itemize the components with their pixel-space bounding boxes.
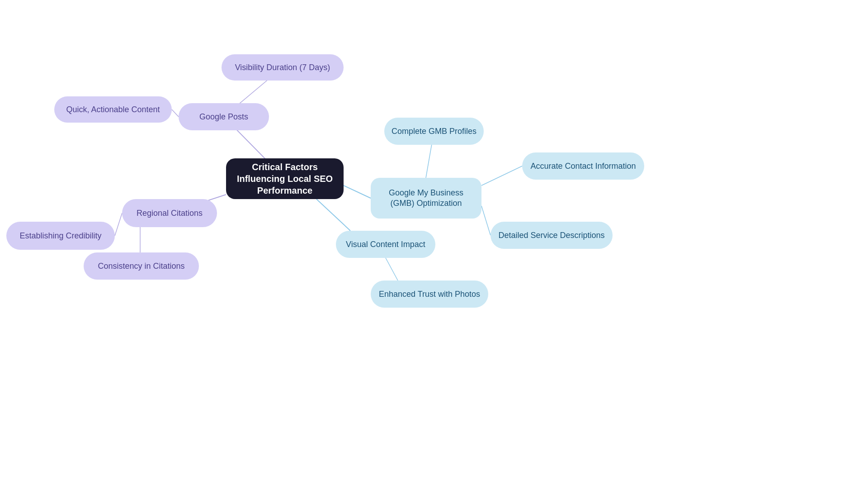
regional-label: Regional Citations (137, 209, 203, 218)
gmb-label: Google My Business (GMB) Optimization (381, 188, 472, 209)
regional-citations-node: Regional Citations (122, 199, 217, 227)
consistency-label: Consistency in Citations (98, 262, 184, 271)
mind-map: Critical Factors Influencing Local SEO P… (0, 0, 868, 490)
consistency-citations-node: Consistency in Citations (84, 252, 199, 280)
google-posts-node: Google Posts (179, 103, 269, 130)
visual-content-node: Visual Content Impact (336, 231, 435, 258)
svg-line-4 (115, 213, 122, 236)
visual-label: Visual Content Impact (346, 240, 425, 249)
google-posts-label: Google Posts (199, 112, 248, 122)
svg-line-9 (481, 206, 491, 235)
complete-gmb-label: Complete GMB Profiles (392, 127, 476, 136)
accurate-contact-node: Accurate Contact Information (522, 152, 644, 180)
quick-actionable-node: Quick, Actionable Content (54, 96, 172, 123)
svg-line-8 (481, 166, 522, 186)
enhanced-label: Enhanced Trust with Photos (379, 290, 480, 299)
svg-line-6 (344, 186, 371, 198)
svg-line-11 (386, 258, 398, 281)
detailed-label: Detailed Service Descriptions (498, 231, 604, 240)
quick-label: Quick, Actionable Content (66, 105, 160, 114)
gmb-node: Google My Business (GMB) Optimization (371, 178, 481, 219)
svg-line-2 (172, 109, 179, 117)
svg-line-10 (316, 199, 350, 231)
accurate-label: Accurate Contact Information (530, 162, 636, 171)
enhanced-trust-node: Enhanced Trust with Photos (371, 281, 488, 308)
complete-gmb-node: Complete GMB Profiles (384, 118, 484, 145)
establishing-label: Establishing Credibility (19, 231, 101, 241)
center-node: Critical Factors Influencing Local SEO P… (226, 158, 344, 199)
visibility-node: Visibility Duration (7 Days) (222, 54, 344, 81)
visibility-label: Visibility Duration (7 Days) (235, 63, 330, 72)
center-label: Critical Factors Influencing Local SEO P… (236, 161, 334, 196)
establishing-credibility-node: Establishing Credibility (6, 222, 115, 250)
detailed-service-node: Detailed Service Descriptions (491, 222, 613, 249)
